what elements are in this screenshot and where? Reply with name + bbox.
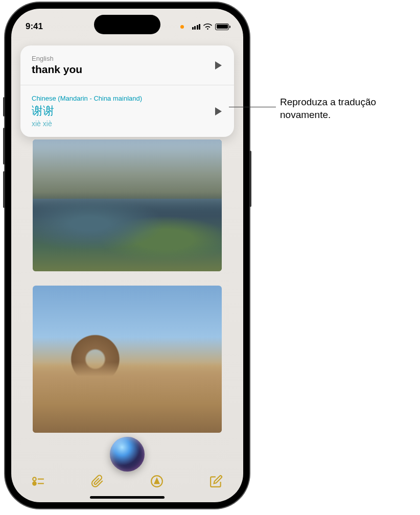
- home-indicator[interactable]: [90, 496, 165, 499]
- siri-orb[interactable]: [110, 437, 145, 472]
- source-text: thank you: [32, 63, 214, 76]
- photo-desert-arch[interactable]: [33, 286, 222, 433]
- compose-icon[interactable]: [209, 475, 223, 488]
- mute-switch: [3, 97, 5, 116]
- markup-icon[interactable]: [150, 475, 164, 488]
- play-translation-button[interactable]: [214, 107, 223, 116]
- notes-toolbar: [11, 470, 243, 493]
- attachment-icon[interactable]: [91, 475, 104, 488]
- phone-frame: 9:41 English: [5, 3, 249, 508]
- translation-source-section: English thank you: [20, 45, 234, 85]
- translation-target-section: Chinese (Mandarin - China mainland) 谢谢 x…: [20, 85, 234, 137]
- play-icon: [215, 61, 222, 69]
- target-text: 谢谢: [32, 103, 214, 119]
- romanization-text: xiè xiè: [32, 120, 214, 128]
- svg-point-2: [33, 482, 36, 485]
- phone-screen: 9:41 English: [11, 9, 243, 502]
- siri-translation-card: English thank you Chinese (Mandarin - Ch…: [20, 45, 234, 137]
- battery-icon: [215, 24, 229, 30]
- status-icons: [180, 24, 229, 30]
- volume-up-button: [3, 128, 5, 165]
- wifi-icon: [203, 24, 212, 30]
- svg-point-0: [33, 477, 36, 481]
- play-source-button[interactable]: [214, 61, 223, 70]
- callout-text: Reproduza a tradução novamente.: [280, 96, 420, 121]
- status-time: 9:41: [26, 21, 43, 32]
- play-icon: [215, 107, 222, 115]
- volume-down-button: [3, 171, 5, 208]
- cellular-icon: [192, 24, 201, 30]
- source-language-label: English: [32, 55, 214, 62]
- photo-river[interactable]: [33, 139, 222, 271]
- mic-indicator-icon: [180, 25, 184, 29]
- callout-line: [229, 107, 276, 107]
- dynamic-island: [94, 15, 160, 34]
- side-button: [249, 151, 251, 207]
- target-language-label: Chinese (Mandarin - China mainland): [32, 95, 214, 102]
- checklist-icon[interactable]: [32, 475, 45, 488]
